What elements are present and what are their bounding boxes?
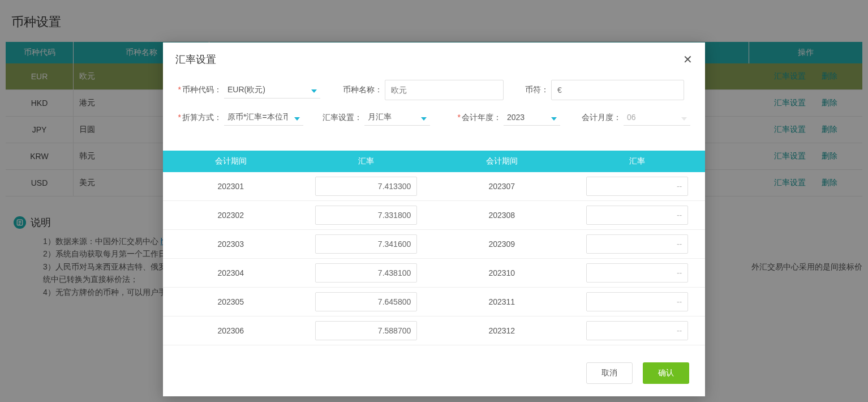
rate-input[interactable] [315, 206, 417, 225]
period-cell: 202303 [163, 230, 299, 259]
cancel-button[interactable]: 取消 [586, 362, 633, 384]
period-cell: 202308 [434, 201, 570, 230]
label-code: *币种代码： [171, 85, 224, 95]
currency-symbol-input[interactable] [551, 80, 684, 100]
rate-row: 202302202308 [163, 201, 705, 230]
rate-input[interactable] [586, 263, 688, 283]
conv-method-select[interactable] [224, 109, 303, 126]
period-cell: 202304 [163, 259, 299, 288]
label-fiscalperiod: 会计月度： [574, 113, 624, 123]
period-cell: 202305 [163, 288, 299, 317]
rate-input[interactable] [315, 321, 417, 340]
label-ratesetting: 汇率设置： [317, 113, 364, 123]
rate-setting-select[interactable] [364, 109, 430, 126]
period-cell: 202311 [434, 288, 570, 317]
dialog-title: 汇率设置 [175, 53, 216, 66]
period-cell: 202306 [163, 317, 299, 345]
rate-dialog: 汇率设置 ✕ *币种代码： 币种名称： 币符： [163, 42, 705, 396]
period-cell: 202307 [434, 172, 570, 201]
fiscal-year-select[interactable] [504, 109, 560, 126]
rate-input[interactable] [586, 234, 688, 254]
currency-name-input[interactable] [385, 80, 504, 100]
rate-row: 202305202311 [163, 288, 705, 317]
rate-row: 202301202307 [163, 172, 705, 201]
label-name: 币种名称： [337, 85, 385, 95]
rate-input[interactable] [315, 292, 417, 311]
rate-input[interactable] [586, 321, 688, 340]
rate-input[interactable] [315, 177, 417, 196]
rate-table: 会计期间 汇率 会计期间 汇率 202301202307202302202308… [163, 151, 705, 345]
close-icon[interactable]: ✕ [683, 54, 693, 65]
label-fiscalyear: *会计年度： [447, 113, 504, 123]
modal-overlay: 汇率设置 ✕ *币种代码： 币种名称： 币符： [0, 0, 868, 402]
rate-input[interactable] [315, 263, 417, 283]
rate-row: 202303202309 [163, 230, 705, 259]
rate-input[interactable] [586, 206, 688, 225]
period-cell: 202309 [434, 230, 570, 259]
rate-input[interactable] [315, 234, 417, 254]
col-period-r: 会计期间 [434, 151, 570, 172]
rate-row: 202304202310 [163, 259, 705, 288]
label-symbol: 币符： [521, 85, 551, 95]
period-cell: 202301 [163, 172, 299, 201]
col-period-l: 会计期间 [163, 151, 299, 172]
period-cell: 202312 [434, 317, 570, 345]
period-cell: 202310 [434, 259, 570, 288]
rate-input[interactable] [586, 292, 688, 311]
period-cell: 202302 [163, 201, 299, 230]
col-rate-l: 汇率 [299, 151, 435, 172]
col-rate-r: 汇率 [570, 151, 706, 172]
currency-code-select[interactable] [224, 82, 320, 99]
label-convmethod: *折算方式： [171, 113, 224, 123]
rate-input[interactable] [586, 177, 688, 196]
rate-row: 202306202312 [163, 317, 705, 345]
fiscal-period-select [624, 109, 690, 126]
confirm-button[interactable]: 确认 [643, 362, 689, 384]
